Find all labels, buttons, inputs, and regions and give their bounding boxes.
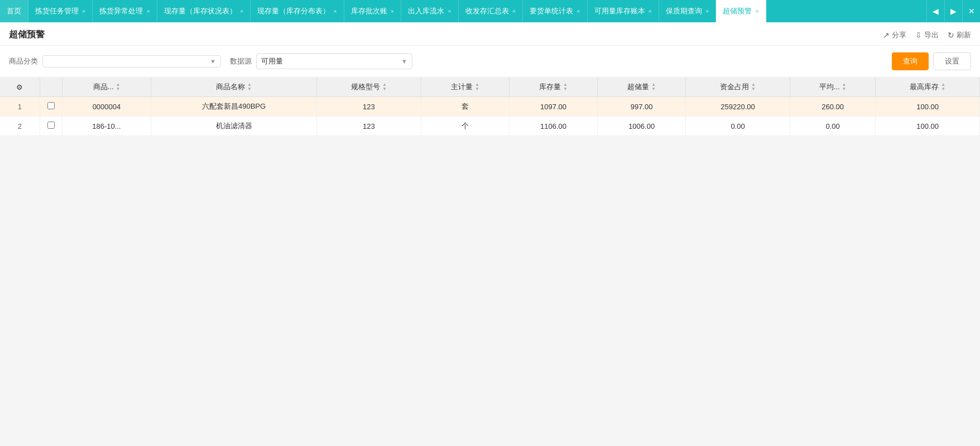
cell-product_code: 186-10... xyxy=(62,117,151,136)
row-settings-icon[interactable]: 2 xyxy=(0,117,40,136)
cell-inventory: 1097.00 xyxy=(509,97,597,117)
table-row: 10000004六配套新昌490BPG123套1097.00997.002592… xyxy=(0,97,980,117)
cell-product_name: 六配套新昌490BPG xyxy=(151,97,316,117)
nav-close-inventory-dist[interactable]: × xyxy=(333,8,337,14)
cell-product_name: 机油滤清器 xyxy=(151,117,316,136)
th-capital[interactable]: 资金占用 ▲▼ xyxy=(686,77,790,97)
refresh-icon: ↻ xyxy=(948,31,954,40)
share-button[interactable]: ↗ 分享 xyxy=(883,30,906,40)
nav-close-order-stats[interactable]: × xyxy=(577,8,580,14)
th-settings: ⚙ xyxy=(0,77,40,97)
row-checkbox[interactable] xyxy=(47,102,55,109)
filter-actions: 查询 设置 xyxy=(892,52,971,70)
nav-item-available-ledger[interactable]: 可用量库存账本× xyxy=(588,0,659,22)
datasource-label: 数据源 xyxy=(230,56,252,66)
nav-close-inventory-status[interactable]: × xyxy=(240,8,243,14)
query-button[interactable]: 查询 xyxy=(892,52,929,70)
nav-item-recv-summary[interactable]: 收发存汇总表× xyxy=(459,0,523,22)
cell-product_code: 0000004 xyxy=(62,97,151,117)
nav-close-quality-check[interactable]: × xyxy=(705,8,709,14)
nav-close-task-mgmt[interactable]: × xyxy=(82,8,85,14)
top-nav: 首页拣货任务管理×拣货异常处理×现存量（库存状况表）×现存量（库存分布表）×库存… xyxy=(0,0,980,22)
nav-next-arrow[interactable]: ▶ xyxy=(944,0,962,22)
nav-arrows: ◀ ▶ ✕ xyxy=(926,0,980,22)
datasource-value: 可用量 xyxy=(261,56,283,66)
cell-unit: 套 xyxy=(421,97,509,117)
nav-close-overstock-alert[interactable]: × xyxy=(755,8,758,14)
category-select[interactable]: ▼ xyxy=(42,55,221,67)
datasource-select[interactable]: 可用量 ▼ xyxy=(256,54,412,69)
cell-spec: 123 xyxy=(317,117,421,136)
nav-item-inventory-dist[interactable]: 现存量（库存分布表）× xyxy=(251,0,344,22)
category-label: 商品分类 xyxy=(9,56,38,66)
nav-close-abnormal[interactable]: × xyxy=(146,8,150,14)
export-button[interactable]: ⇩ 导出 xyxy=(915,30,939,40)
cell-overstock: 997.00 xyxy=(598,97,686,117)
datasource-chevron-icon: ▼ xyxy=(401,58,407,65)
th-checkbox xyxy=(40,77,62,97)
cell-avg: 0.00 xyxy=(790,117,875,136)
category-chevron-icon: ▼ xyxy=(210,58,216,65)
cell-capital: 0.00 xyxy=(686,117,790,136)
th-unit[interactable]: 主计量 ▲▼ xyxy=(421,77,509,97)
nav-item-batch-account[interactable]: 库存批次账× xyxy=(344,0,401,22)
nav-item-order-stats[interactable]: 要货单统计表× xyxy=(523,0,587,22)
nav-prev-arrow[interactable]: ◀ xyxy=(926,0,944,22)
category-filter: 商品分类 ▼ xyxy=(9,55,221,67)
datasource-filter: 数据源 可用量 ▼ xyxy=(230,54,412,69)
cell-avg: 260.00 xyxy=(790,97,875,117)
nav-close-recv-summary[interactable]: × xyxy=(512,8,516,14)
table-row: 2186-10...机油滤清器123个1106.001006.000.000.0… xyxy=(0,117,980,136)
data-table: ⚙商品... ▲▼商品名称 ▲▼规格型号 ▲▼主计量 ▲▼库存量 ▲▼超储量 ▲… xyxy=(0,77,980,136)
page-title: 超储预警 xyxy=(9,29,45,41)
nav-item-inventory-status[interactable]: 现存量（库存状况表）× xyxy=(157,0,251,22)
cell-capital: 259220.00 xyxy=(686,97,790,117)
page-header: 超储预警 ↗ 分享 ⇩ 导出 ↻ 刷新 xyxy=(0,22,980,46)
th-avg[interactable]: 平均... ▲▼ xyxy=(790,77,875,97)
nav-item-overstock-alert[interactable]: 超储预警× xyxy=(716,0,766,22)
th-spec[interactable]: 规格型号 ▲▼ xyxy=(317,77,421,97)
cell-max_stock: 100.00 xyxy=(876,117,980,136)
th-product_name[interactable]: 商品名称 ▲▼ xyxy=(151,77,316,97)
cell-spec: 123 xyxy=(317,97,421,117)
row-settings-icon[interactable]: 1 xyxy=(0,97,40,117)
export-label: 导出 xyxy=(924,30,939,40)
share-icon: ↗ xyxy=(883,31,890,40)
th-product_code[interactable]: 商品... ▲▼ xyxy=(62,77,151,97)
share-label: 分享 xyxy=(892,30,906,40)
th-overstock[interactable]: 超储量 ▲▼ xyxy=(598,77,686,97)
settings-button[interactable]: 设置 xyxy=(933,52,971,70)
nav-item-task-mgmt[interactable]: 拣货任务管理× xyxy=(28,0,93,22)
table-head: ⚙商品... ▲▼商品名称 ▲▼规格型号 ▲▼主计量 ▲▼库存量 ▲▼超储量 ▲… xyxy=(0,77,980,97)
export-icon: ⇩ xyxy=(915,31,922,40)
nav-item-quality-check[interactable]: 保质期查询× xyxy=(659,0,716,22)
nav-close-arrow[interactable]: ✕ xyxy=(962,0,980,22)
th-max_stock[interactable]: 最高库存 ▲▼ xyxy=(876,77,980,97)
table-body: 10000004六配套新昌490BPG123套1097.00997.002592… xyxy=(0,97,980,136)
nav-item-home[interactable]: 首页 xyxy=(0,0,28,22)
nav-close-available-ledger[interactable]: × xyxy=(648,8,652,14)
nav-close-inout-flow[interactable]: × xyxy=(448,8,451,14)
cell-inventory: 1106.00 xyxy=(509,117,597,136)
refresh-button[interactable]: ↻ 刷新 xyxy=(948,30,971,40)
page-actions: ↗ 分享 ⇩ 导出 ↻ 刷新 xyxy=(883,30,971,40)
cell-max_stock: 100.00 xyxy=(876,97,980,117)
nav-close-batch-account[interactable]: × xyxy=(391,8,394,14)
cell-unit: 个 xyxy=(421,117,509,136)
nav-item-abnormal[interactable]: 拣货异常处理× xyxy=(93,0,157,22)
table-container: ⚙商品... ▲▼商品名称 ▲▼规格型号 ▲▼主计量 ▲▼库存量 ▲▼超储量 ▲… xyxy=(0,77,980,136)
row-checkbox[interactable] xyxy=(47,122,55,129)
filter-bar: 商品分类 ▼ 数据源 可用量 ▼ 查询 设置 xyxy=(0,46,980,77)
th-inventory[interactable]: 库存量 ▲▼ xyxy=(509,77,597,97)
nav-item-inout-flow[interactable]: 出入库流水× xyxy=(401,0,458,22)
refresh-label: 刷新 xyxy=(957,30,971,40)
cell-overstock: 1006.00 xyxy=(598,117,686,136)
